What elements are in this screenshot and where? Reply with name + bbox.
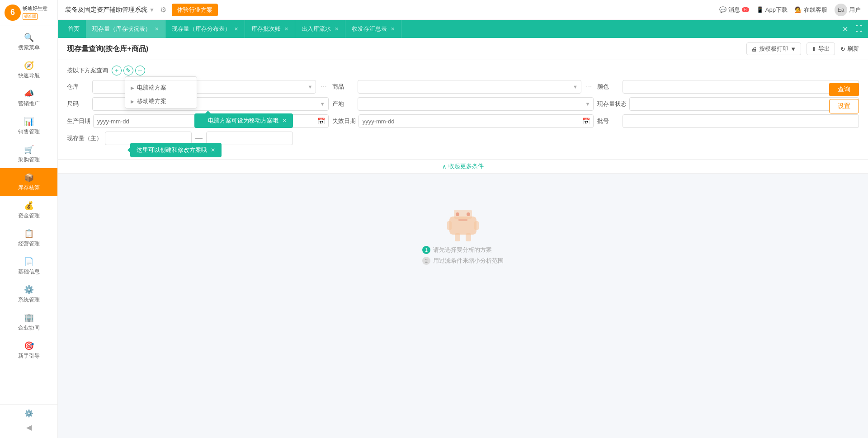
sidebar-item-system[interactable]: ⚙️ 系统管理 [0,280,57,308]
header-settings-icon[interactable]: ⚙ [160,5,166,14]
sidebar-item-label: 采购管理 [18,156,40,164]
stock-qty-label: 现存量（主） [67,134,102,142]
tab-home[interactable]: 首页 [61,20,86,38]
prod-date-label: 生产日期 [67,117,90,125]
search-icon: 🔍 [24,33,34,42]
sidebar-item-purchase[interactable]: 🛒 采购管理 [0,140,57,168]
sidebar-item-search[interactable]: 🔍 搜索菜单 [0,28,57,56]
size-label: 尺码 [67,100,90,108]
sidebar-item-finance[interactable]: 💰 资金管理 [0,196,57,224]
tooltip1-close[interactable]: ✕ [282,118,287,124]
origin-field: 产地 ▼ [332,97,594,111]
quick-nav-icon: 🧭 [24,61,34,71]
search-btn[interactable]: 查询 [829,83,859,96]
tab-in-out-flow[interactable]: 出入库流水 ✕ [295,20,345,38]
industry-btn[interactable]: 体验行业方案 [172,4,218,16]
system-icon: ⚙️ [24,285,34,295]
sidebar-item-label: 快速导航 [18,72,40,80]
logo-icon: 6 [5,5,21,21]
tab-inventory-status[interactable]: 现存量（库存状况表） ✕ [86,20,165,38]
system-title-dropdown[interactable]: 装备及固定资产辅助管理系统 ▼ [65,6,155,14]
edit-icon: ✎ [126,67,131,74]
marketing-icon: 📣 [24,89,34,99]
expire-date-field: 失效日期 📅 [332,114,594,128]
sidebar-settings-btn[interactable]: ⚙️ [24,409,33,418]
notification-icon: 💬 [719,6,726,13]
filter-edit-btn[interactable]: ✎ [123,66,133,75]
sidebar-item-operation[interactable]: 📋 经营管理 [0,224,57,252]
settings-bottom-icon: ⚙️ [24,409,33,418]
filter-add-btn[interactable]: + [112,66,122,75]
sidebar-item-label: 资金管理 [18,212,40,220]
dropdown-chevron-icon: ▼ [149,7,155,13]
export-btn[interactable]: ⬆ 导出 [807,42,835,55]
tab-close-all-icon[interactable]: ✕ [840,23,850,35]
sidebar-item-guide[interactable]: 🎯 新手引导 [0,336,57,364]
tab-close-icon[interactable]: ✕ [284,26,288,32]
calendar-icon2[interactable]: 📅 [582,118,590,125]
warehouse-dots-icon[interactable]: ··· [319,83,328,91]
size-field: 尺码 ▼ [67,97,329,111]
calendar-icon[interactable]: 📅 [317,118,325,125]
color-select[interactable] [623,80,859,94]
sidebar-item-enterprise[interactable]: 🏢 企业协同 [0,308,57,336]
sidebar-item-inventory[interactable]: 📦 库存核算 [0,168,57,196]
svg-rect-4 [458,219,467,221]
tab-expand-icon[interactable]: ⛶ [854,23,864,35]
main-content: 装备及固定资产辅助管理系统 ▼ ⚙ 体验行业方案 💬 消息 6 📱 App下载 … [58,0,868,438]
scheme-desktop-item[interactable]: ▶ 电脑端方案 [125,81,197,94]
empty-illustration [440,201,486,241]
avatar: Ea [835,4,847,16]
tab-inventory-dist-label: 现存量（库存分布表） [172,25,231,33]
expire-date-input[interactable] [359,114,594,128]
range-separator: — [193,134,204,142]
sidebar-item-label: 系统管理 [18,296,40,304]
empty-step1: 1 请先选择要分析的方案 [422,246,492,254]
user-item[interactable]: Ea 用户 [835,4,861,16]
enterprise-icon: 🏢 [24,313,34,323]
color-field: 颜色 ▼ [597,80,859,94]
tab-collect-summary[interactable]: 收发存汇总表 ✕ [345,20,401,38]
scheme-mobile-item[interactable]: ▶ 移动端方案 [125,94,197,108]
app-download-item[interactable]: 📱 App下载 [756,6,788,14]
online-service-item[interactable]: 💁 在线客服 [795,6,827,14]
origin-select[interactable] [358,97,594,111]
tab-close-icon[interactable]: ✕ [335,26,339,32]
sidebar-item-label: 经营管理 [18,240,40,248]
tab-close-icon[interactable]: ✕ [234,26,238,32]
sidebar-item-label: 新手引导 [18,352,40,360]
sidebar-item-marketing[interactable]: 📣 营销推广 [0,84,57,112]
collapse-up-icon: ∧ [442,163,447,170]
sidebar-item-quick-nav[interactable]: 🧭 快速导航 [0,56,57,84]
tab-bar: 首页 现存量（库存状况表） ✕ 现存量（库存分布表） ✕ 库存批次账 ✕ 出入库… [58,20,868,38]
scheme-mobile-arrow-icon: ▶ [131,99,134,104]
tab-close-icon[interactable]: ✕ [155,26,159,32]
back-arrow-icon: ← [137,67,143,74]
batch-no-input[interactable] [623,114,859,128]
tab-close-icon[interactable]: ✕ [391,26,395,32]
collapse-bar[interactable]: ∧ 收起更多条件 [58,160,868,174]
sidebar-item-sales[interactable]: 📊 销售管理 [0,112,57,140]
print-btn[interactable]: 🖨 按模板打印 ▼ [746,42,801,55]
stock-status-select[interactable] [629,97,859,111]
tab-batch-account-label: 库存批次账 [251,25,281,33]
logo-badge: 标准版 [23,13,38,20]
reset-btn[interactable]: 设置 [829,99,859,113]
sidebar-toggle-btn[interactable]: ◀ [23,421,35,433]
tooltip2-close[interactable]: ✕ [211,147,215,153]
scheme-desktop-label: 电脑端方案 [137,84,166,92]
tab-batch-account[interactable]: 库存批次账 ✕ [245,20,295,38]
service-icon: 💁 [795,6,802,13]
tab-inventory-dist[interactable]: 现存量（库存分布表） ✕ [165,20,245,38]
refresh-btn[interactable]: ↻ 刷新 [840,45,859,53]
goods-select[interactable] [358,80,581,94]
goods-dots-icon[interactable]: ··· [584,83,594,91]
notification-item[interactable]: 💬 消息 6 [719,6,749,14]
empty-text2: 用过滤条件来缩小分析范围 [433,257,504,265]
export-label: 导出 [818,45,830,53]
title-actions: 🖨 按模板打印 ▼ ⬆ 导出 ↻ 刷新 [746,42,859,55]
expire-date-label: 失效日期 [332,117,356,125]
filter-back-btn[interactable]: ← [135,66,145,75]
color-label: 颜色 [597,83,620,91]
sidebar-item-basic[interactable]: 📄 基础信息 [0,252,57,280]
